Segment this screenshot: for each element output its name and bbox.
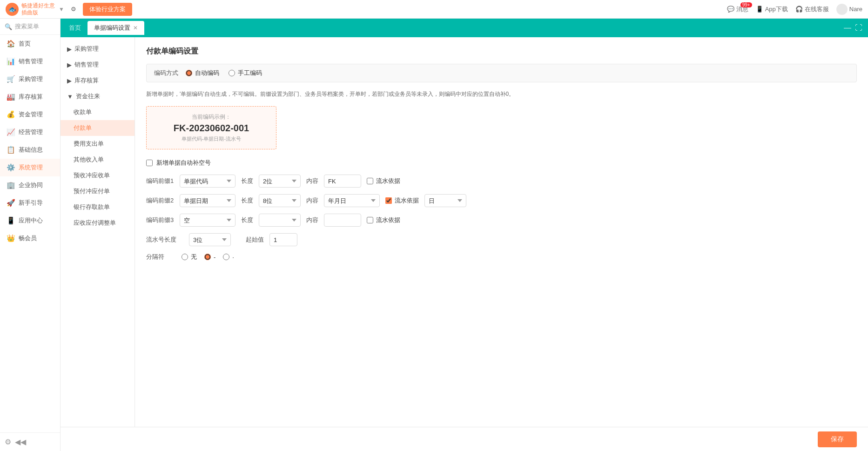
user-name: Nare bbox=[849, 6, 862, 13]
inner-sidebar-item-other-income[interactable]: 其他收入单 bbox=[61, 152, 135, 168]
sidebar-item-finance[interactable]: 💰 资金管理 bbox=[0, 106, 60, 123]
prefix1-length-select[interactable]: 2位 bbox=[259, 175, 301, 188]
prefix3-select[interactable]: 空 bbox=[180, 214, 236, 227]
brand-icon: 🐟 bbox=[6, 3, 19, 16]
group-inventory-title[interactable]: ▶ 库存核算 bbox=[61, 73, 135, 88]
code-preview-box: 当前编码示例： FK-20230602-001 单据代码-单据日期-流水号 bbox=[146, 106, 276, 149]
inner-layout: ▶ 采购管理 ▶ 销售管理 ▶ 库存核算 bbox=[61, 37, 868, 427]
group-inventory: ▶ 库存核算 bbox=[61, 73, 135, 88]
water-label2: 流水依据 bbox=[395, 196, 419, 205]
manual-code-option[interactable]: 手工编码 bbox=[229, 69, 262, 77]
prefix1-content-input[interactable] bbox=[324, 175, 361, 188]
online-service-item[interactable]: 🎧 在线客服 bbox=[795, 5, 829, 13]
water-check1: 流水依据 bbox=[367, 177, 400, 185]
experience-button[interactable]: 体验行业方案 bbox=[83, 3, 132, 16]
maximize-icon[interactable]: ⛶ bbox=[855, 24, 862, 32]
sidebar-item-sales[interactable]: 📊 销售管理 bbox=[0, 53, 60, 70]
code-preview-label: 当前编码示例： bbox=[158, 113, 265, 121]
group-capital-title[interactable]: ▼ 资金往来 bbox=[61, 88, 135, 104]
water-day-select[interactable]: 日 bbox=[424, 194, 466, 207]
tab-bar-right: — ⛶ bbox=[844, 24, 866, 32]
coding-method-row: 编码方式 自动编码 手工编码 bbox=[146, 64, 857, 82]
sep-dot-option[interactable]: · bbox=[223, 254, 234, 261]
message-icon: 💬 bbox=[727, 6, 734, 13]
prefix3-label: 编码前缀3 bbox=[146, 216, 174, 224]
length-label2: 长度 bbox=[241, 196, 253, 205]
sidebar-item-home[interactable]: 🏠 首页 bbox=[0, 35, 60, 53]
top-bar-left: 🐟 畅捷通好生意 插曲版 ▼ ⚙ 体验行业方案 bbox=[6, 2, 132, 16]
sep-none-radio[interactable] bbox=[182, 254, 188, 260]
group-sales-title[interactable]: ▶ 销售管理 bbox=[61, 57, 135, 73]
sep-dot-radio[interactable] bbox=[223, 254, 229, 260]
sep-dash-option[interactable]: - bbox=[204, 254, 215, 261]
sidebar-item-system[interactable]: ⚙️ 系统管理 bbox=[0, 159, 60, 176]
content-label1: 内容 bbox=[306, 177, 318, 185]
save-button[interactable]: 保存 bbox=[818, 431, 857, 447]
home-icon: 🏠 bbox=[7, 40, 15, 48]
settings-bottom-icon[interactable]: ⚙ bbox=[5, 438, 11, 446]
sidebar-item-label: 库存核算 bbox=[19, 93, 43, 101]
prefix2-select[interactable]: 单据日期 bbox=[180, 194, 236, 207]
auto-fill-checkbox[interactable] bbox=[146, 160, 153, 166]
sep-none-option[interactable]: 无 bbox=[182, 253, 197, 261]
search-menu[interactable]: 🔍 搜索菜单 bbox=[0, 19, 60, 35]
sidebar-item-member[interactable]: 👑 畅会员 bbox=[0, 229, 60, 247]
main-layout: 🔍 搜索菜单 🏠 首页 📊 销售管理 🛒 采购管理 🏭 库存核算 💰 bbox=[0, 19, 868, 451]
inner-sidebar-item-expense[interactable]: 费用支出单 bbox=[61, 136, 135, 152]
water-length-select[interactable]: 3位 bbox=[189, 233, 231, 246]
purchase-icon: 🛒 bbox=[7, 75, 15, 83]
form-title: 付款单编码设置 bbox=[146, 47, 857, 56]
left-sidebar: 🔍 搜索菜单 🏠 首页 📊 销售管理 🛒 采购管理 🏭 库存核算 💰 bbox=[0, 19, 61, 451]
content-label3: 内容 bbox=[306, 216, 318, 224]
group-purchase-title[interactable]: ▶ 采购管理 bbox=[61, 41, 135, 57]
sidebar-item-label: 系统管理 bbox=[19, 163, 43, 172]
brand-text: 畅捷通好生意 插曲版 bbox=[21, 2, 55, 16]
nav-arrow[interactable]: ▼ bbox=[59, 6, 64, 13]
start-value-input[interactable] bbox=[269, 233, 297, 246]
prefix1-row: 编码前缀1 单据代码 长度 2位 内容 流水依据 bbox=[146, 175, 857, 188]
content-label2: 内容 bbox=[306, 196, 318, 205]
minimize-icon[interactable]: — bbox=[844, 24, 851, 32]
prefix3-content-input[interactable] bbox=[324, 214, 361, 227]
tab-barcode[interactable]: 单据编码设置 ✕ bbox=[87, 21, 144, 35]
inner-sidebar-item-receipt[interactable]: 收款单 bbox=[61, 104, 135, 120]
sidebar-item-newguide[interactable]: 🚀 新手引导 bbox=[0, 194, 60, 212]
sidebar-item-basic[interactable]: 📋 基础信息 bbox=[0, 141, 60, 159]
prefix2-content-select[interactable]: 年月日 bbox=[324, 194, 380, 207]
sidebar-item-inventory[interactable]: 🏭 库存核算 bbox=[0, 88, 60, 106]
inner-sidebar-item-prepay-receive[interactable]: 预收冲应收单 bbox=[61, 168, 135, 183]
info-text: 新增单据时，'单据编码'自动生成，不可编辑。前缀设置为部门、业务员等档案类，开单… bbox=[146, 90, 857, 99]
water-check3: 流水依据 bbox=[367, 216, 400, 224]
messages-item[interactable]: 💬 消息 99+ bbox=[727, 5, 748, 13]
inner-sidebar-item-adjust[interactable]: 应收应付调整单 bbox=[61, 215, 135, 231]
prefix1-select[interactable]: 单据代码 bbox=[180, 175, 236, 188]
sidebar-item-operations[interactable]: 📈 经营管理 bbox=[0, 123, 60, 141]
sep-dash-radio[interactable] bbox=[204, 254, 211, 260]
auto-code-option[interactable]: 自动编码 bbox=[186, 69, 219, 77]
prefix3-length-select[interactable] bbox=[259, 214, 301, 227]
settings-icon[interactable]: ⚙ bbox=[68, 4, 79, 15]
water-checkbox1[interactable] bbox=[367, 178, 373, 184]
manual-code-radio[interactable] bbox=[229, 70, 235, 76]
coding-radio-group: 自动编码 手工编码 bbox=[186, 69, 262, 77]
prefix2-label: 编码前缀2 bbox=[146, 196, 174, 205]
water-checkbox2[interactable] bbox=[385, 197, 392, 204]
app-download-item[interactable]: 📱 App下载 bbox=[756, 5, 788, 13]
service-icon: 🎧 bbox=[795, 6, 803, 13]
water-checkbox3[interactable] bbox=[367, 217, 373, 223]
basic-icon: 📋 bbox=[7, 146, 15, 154]
collapse-icon[interactable]: ◀◀ bbox=[15, 438, 26, 446]
user-item[interactable]: Nare bbox=[836, 4, 862, 15]
auto-code-radio[interactable] bbox=[186, 70, 192, 76]
inner-sidebar-item-bank[interactable]: 银行存取款单 bbox=[61, 199, 135, 215]
sidebar-item-appcenter[interactable]: 📱 应用中心 bbox=[0, 212, 60, 229]
sidebar-item-enterprise[interactable]: 🏢 企业协同 bbox=[0, 176, 60, 194]
group-purchase: ▶ 采购管理 bbox=[61, 41, 135, 57]
inner-sidebar-item-payment[interactable]: 付款单 bbox=[61, 120, 135, 136]
tab-home[interactable]: 首页 bbox=[62, 21, 87, 35]
prefix2-length-select[interactable]: 8位 bbox=[259, 194, 301, 207]
inner-sidebar-item-prepay-pay[interactable]: 预付冲应付单 bbox=[61, 183, 135, 199]
length-label3: 长度 bbox=[241, 216, 253, 224]
tab-close-icon[interactable]: ✕ bbox=[133, 25, 138, 31]
sidebar-item-purchase[interactable]: 🛒 采购管理 bbox=[0, 70, 60, 88]
